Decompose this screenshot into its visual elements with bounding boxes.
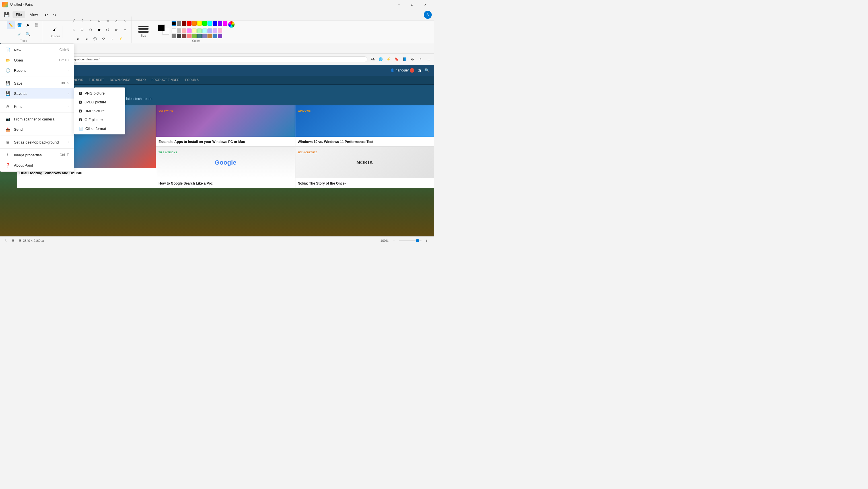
menu-item-scanner[interactable]: 📷 From scanner or camera bbox=[0, 114, 74, 124]
color-purple[interactable] bbox=[218, 21, 222, 26]
file-menu-button[interactable]: File bbox=[12, 11, 25, 18]
menu-item-save[interactable]: 💾 Save Ctrl+S bbox=[0, 78, 74, 88]
zoom-in-button[interactable]: + bbox=[424, 238, 429, 243]
color-salmon[interactable] bbox=[187, 34, 191, 38]
close-button[interactable]: ✕ bbox=[418, 0, 432, 9]
color-lime[interactable] bbox=[192, 34, 197, 38]
maximize-button[interactable]: □ bbox=[406, 0, 418, 9]
redo-button[interactable]: ↪ bbox=[51, 11, 59, 19]
menu-item-about[interactable]: ❓ About Paint bbox=[0, 160, 74, 170]
color-lightblue[interactable] bbox=[208, 28, 212, 33]
menu-item-send[interactable]: 📤 Send bbox=[0, 124, 74, 135]
nav-forums[interactable]: FORUMS bbox=[182, 76, 202, 84]
nav-thebest[interactable]: THE BEST bbox=[86, 76, 107, 84]
color-rose[interactable] bbox=[218, 28, 222, 33]
color-lavender[interactable] bbox=[213, 28, 217, 33]
color-darkred[interactable] bbox=[182, 21, 186, 26]
shape-tool-5[interactable]: ⬡ bbox=[87, 26, 95, 34]
color-grape[interactable] bbox=[218, 34, 222, 38]
primary-color[interactable] bbox=[158, 25, 165, 31]
quick-save-button[interactable]: 💾 bbox=[2, 10, 11, 19]
article-card-google[interactable]: Google TIPS & TRICKS How to Google Searc… bbox=[156, 147, 295, 188]
saveas-other[interactable]: 📄 Other format bbox=[74, 124, 125, 133]
zoom-slider[interactable] bbox=[399, 240, 422, 241]
lightning-tool[interactable]: ⚡ bbox=[117, 35, 125, 43]
favorites-icon[interactable]: ☆ bbox=[417, 56, 424, 63]
saveas-bmp[interactable]: 🖼 BMP picture bbox=[74, 107, 125, 115]
star-tool[interactable]: ★ bbox=[74, 35, 82, 43]
size-2[interactable] bbox=[138, 28, 149, 30]
article-card-nokia[interactable]: NOKIA TECH CULTURE Nokia: The Story of t… bbox=[296, 147, 434, 188]
article-card-essential[interactable]: SOFTWARE Essential Apps to Install on yo… bbox=[156, 105, 295, 146]
user-account-icon[interactable]: A bbox=[424, 11, 432, 19]
color-lightgreen[interactable] bbox=[197, 28, 202, 33]
color-green[interactable] bbox=[203, 21, 207, 26]
shape-tool-1[interactable]: △ bbox=[113, 17, 120, 25]
menu-item-print[interactable]: 🖨 Print › bbox=[0, 101, 74, 111]
color-teal[interactable] bbox=[197, 34, 202, 38]
menu-item-desktop-bg[interactable]: 🖥 Set as desktop background › bbox=[0, 137, 74, 147]
shape-tool-7[interactable]: ⟨ ⟩ bbox=[104, 26, 112, 34]
shape-tool-3[interactable]: ◇ bbox=[70, 26, 78, 34]
color-lightcyan[interactable] bbox=[203, 28, 207, 33]
zoom-out-button[interactable]: − bbox=[391, 238, 397, 243]
color-orange[interactable] bbox=[192, 21, 197, 26]
eraser-tool[interactable]: ▒ bbox=[32, 21, 40, 29]
size-3[interactable] bbox=[138, 31, 149, 33]
star5-tool[interactable]: ✡ bbox=[83, 35, 91, 43]
color-lightpink[interactable] bbox=[182, 28, 186, 33]
menu-item-imageprops[interactable]: ℹ Image properties Ctrl+E bbox=[0, 150, 74, 160]
pencil-tool[interactable]: ✏️ bbox=[7, 21, 15, 29]
reader-mode-icon[interactable]: Aa bbox=[369, 56, 376, 63]
color-wheel[interactable] bbox=[228, 21, 235, 28]
pocket-icon[interactable]: 🔖 bbox=[393, 56, 400, 63]
saveas-gif[interactable]: 🖼 GIF picture bbox=[74, 115, 125, 124]
undo-button[interactable]: ↩ bbox=[42, 11, 50, 19]
color-white[interactable] bbox=[172, 28, 176, 33]
settings-icon[interactable]: ⚙ bbox=[409, 56, 416, 63]
color-picker-tool[interactable]: 💉 bbox=[16, 30, 23, 38]
menu-item-recent[interactable]: 🕐 Recent › bbox=[0, 65, 74, 76]
shape-tool-6[interactable]: ⬟ bbox=[95, 26, 103, 34]
size-1[interactable] bbox=[138, 26, 149, 27]
article-card-wincompare[interactable]: WINDOWS Windows 10 vs. Windows 11 Perfor… bbox=[296, 105, 434, 146]
theme-toggle[interactable]: ◑ bbox=[418, 68, 421, 73]
shape-tool-2[interactable]: ◁ bbox=[121, 17, 129, 25]
nav-video[interactable]: VIDEO bbox=[133, 76, 149, 84]
shape-tool-9[interactable]: ✦ bbox=[121, 26, 129, 34]
color-lightpurple[interactable] bbox=[187, 28, 191, 33]
browser-url-bar[interactable]: https://www.techspot.com/features/ bbox=[47, 56, 367, 62]
color-magenta[interactable] bbox=[223, 21, 227, 26]
oval-tool[interactable]: ○ bbox=[87, 17, 95, 25]
text-tool[interactable]: A bbox=[24, 21, 32, 29]
menu-item-saveas[interactable]: 💾 Save as › bbox=[0, 88, 74, 98]
nav-productfinder[interactable]: PRODUCT FINDER bbox=[149, 76, 182, 84]
user-area[interactable]: 👤 nanoguy 1 bbox=[390, 68, 414, 73]
nav-downloads[interactable]: DOWNLOADS bbox=[107, 76, 133, 84]
color-lightgray[interactable] bbox=[177, 28, 181, 33]
rect-tool-2[interactable]: ▭ bbox=[104, 17, 112, 25]
color-brown[interactable] bbox=[182, 34, 186, 38]
magnifier-tool[interactable]: 🔍 bbox=[24, 30, 32, 38]
color-slate[interactable] bbox=[203, 34, 207, 38]
color-tan[interactable] bbox=[208, 34, 212, 38]
color-gray[interactable] bbox=[177, 21, 181, 26]
saveas-jpeg[interactable]: 🖼 JPEG picture bbox=[74, 98, 125, 107]
menu-item-open[interactable]: 📂 Open Ctrl+O bbox=[0, 55, 74, 65]
browser-ext-icon-2[interactable]: ⚡ bbox=[385, 56, 392, 63]
color-gray2[interactable] bbox=[172, 34, 176, 38]
color-red[interactable] bbox=[187, 21, 191, 26]
color-cyan[interactable] bbox=[208, 21, 212, 26]
line-tool[interactable]: ╱ bbox=[70, 17, 78, 25]
search-icon[interactable]: 🔍 bbox=[425, 68, 429, 73]
fill-tool[interactable]: 🪣 bbox=[16, 21, 23, 29]
browser-ext-icon-1[interactable]: 🌐 bbox=[377, 56, 384, 63]
shape-tool-8[interactable]: ≫ bbox=[113, 26, 120, 34]
browser-ext-icon-3[interactable]: 📘 bbox=[401, 56, 408, 63]
color-blue[interactable] bbox=[213, 21, 217, 26]
arrow-tool[interactable]: → bbox=[108, 35, 116, 43]
color-yellow[interactable] bbox=[197, 21, 202, 26]
brush-button[interactable]: 🖌 bbox=[51, 26, 59, 34]
color-black[interactable] bbox=[172, 21, 176, 26]
shape-tool-4[interactable]: ⬠ bbox=[78, 26, 86, 34]
